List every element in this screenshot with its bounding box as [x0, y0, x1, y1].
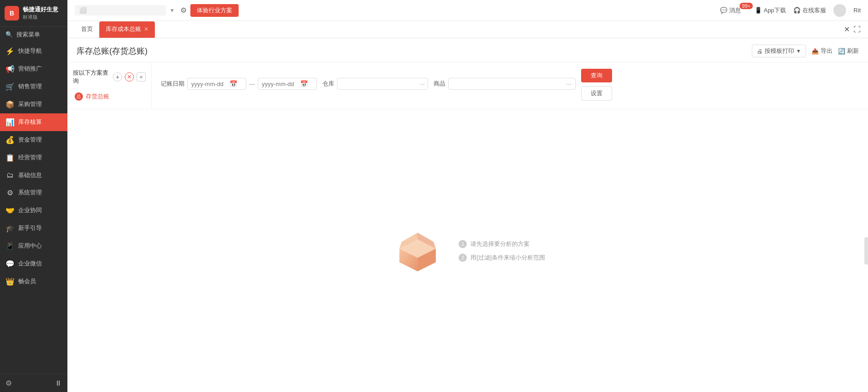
refresh-label: 刷新 [847, 47, 859, 55]
svg-text:✦: ✦ [406, 242, 409, 246]
date-end-input[interactable]: 📅 [258, 78, 317, 90]
product-more-icon[interactable]: ··· [566, 80, 572, 87]
filter-add-button[interactable]: + [113, 72, 122, 81]
sidebar-item-base[interactable]: 🗂 基础信息 [0, 167, 67, 184]
trial-button[interactable]: 体验行业方案 [190, 4, 239, 17]
empty-state: ✦ ✦ ✦ 1 请先选择要分析的方案 2 用[过滤]条件来缩小分析范围 [67, 109, 868, 392]
sidebar-search-label: 搜索菜单 [16, 31, 40, 39]
sidebar-footer: ⚙ ⏸ [0, 374, 67, 392]
sidebar-item-sales[interactable]: 🛒 销售管理 [0, 78, 67, 96]
message-badge: 99+ [740, 3, 753, 9]
page-header: 库存总账(存货总账) 🖨 按模板打印 ▼ 📤 导出 🔄 刷新 [67, 38, 868, 62]
refresh-button[interactable]: 🔄 刷新 [838, 47, 859, 55]
sidebar-item-marketing[interactable]: 📢 营销推广 [0, 60, 67, 78]
sidebar-item-apps[interactable]: 📱 应用中心 [0, 237, 67, 255]
filter-action-buttons: 查询 设置 [581, 67, 612, 101]
online-service-button[interactable]: 🎧 在线客服 [793, 6, 826, 15]
filter-scheme-panel: 按以下方案查询 + × « 总 存货总账 [67, 62, 152, 109]
sidebar-item-guide[interactable]: 🎓 新手引导 [0, 219, 67, 237]
header-gear-icon[interactable]: ⚙ [180, 6, 187, 15]
sidebar-item-purchase[interactable]: 📦 采购管理 [0, 96, 67, 113]
settings-footer-btn[interactable]: ⚙ [5, 379, 12, 387]
sales-icon: 🛒 [5, 82, 15, 91]
svg-text:✦: ✦ [424, 241, 428, 245]
warehouse-more-icon[interactable]: ··· [419, 80, 425, 87]
date-start-field[interactable] [191, 81, 228, 87]
sidebar-item-label: 应用中心 [18, 242, 42, 250]
scheme-icon: 总 [75, 92, 83, 101]
sidebar-logo: B 畅捷通好生意 标准版 [0, 0, 67, 27]
warehouse-input[interactable]: ··· [337, 78, 428, 90]
scheme-item-inventory-total[interactable]: 总 存货总账 [67, 89, 151, 104]
calendar-start-icon[interactable]: 📅 [230, 80, 237, 87]
export-label: 导出 [821, 47, 832, 55]
filter-settings-button[interactable]: 设置 [581, 86, 612, 101]
calendar-end-icon[interactable]: 📅 [300, 80, 308, 87]
filter-right-controls: 记账日期 📅 — 📅 仓库 [152, 62, 868, 109]
app-download-button[interactable]: 📱 App下载 [755, 6, 786, 15]
message-button[interactable]: 💬 消息 99+ [720, 6, 747, 15]
purchase-icon: 📦 [5, 100, 15, 109]
filter-del-button[interactable]: × [125, 72, 134, 81]
sidebar-item-label: 经营管理 [18, 153, 42, 162]
product-field[interactable] [452, 81, 564, 87]
main-area: ⬜ ▼ ⚙ 体验行业方案 💬 消息 99+ 📱 App下载 🎧 在线客服 Rit [67, 0, 868, 392]
wechat-icon: 💬 [5, 260, 15, 268]
corp-icon: 🤝 [5, 206, 15, 215]
sidebar-item-label: 系统管理 [18, 188, 42, 197]
printer-icon: 🖨 [757, 48, 763, 55]
date-end-field[interactable] [262, 81, 298, 87]
audio-footer-btn[interactable]: ⏸ [55, 379, 62, 387]
base-icon: 🗂 [5, 171, 15, 179]
print-button[interactable]: 🖨 按模板打印 ▼ [752, 45, 806, 57]
finance-icon: 💰 [5, 136, 15, 144]
right-panel-handle[interactable] [864, 237, 868, 265]
full-filter-area: 按以下方案查询 + × « 总 存货总账 记账日期 [67, 62, 868, 109]
header-chevron-icon[interactable]: ▼ [169, 7, 175, 14]
marketing-icon: 📢 [5, 65, 15, 73]
sidebar-item-system[interactable]: ⚙ 系统管理 [0, 184, 67, 202]
header-right: 💬 消息 99+ 📱 App下载 🎧 在线客服 Rit [720, 4, 861, 17]
sidebar-item-member[interactable]: 👑 畅会员 [0, 273, 67, 290]
scheme-item-label: 存货总账 [86, 92, 109, 101]
export-button[interactable]: 📤 导出 [812, 47, 832, 55]
sidebar-item-shortcut[interactable]: ⚡ 快捷导航 [0, 42, 67, 60]
filter-collapse-button[interactable]: « [137, 72, 146, 81]
tab-bar: 首页 库存成本总账 ✕ ✕ ⛶ [67, 21, 868, 38]
top-header: ⬜ ▼ ⚙ 体验行业方案 💬 消息 99+ 📱 App下载 🎧 在线客服 Rit [67, 0, 868, 21]
warehouse-label: 仓库 [322, 80, 334, 88]
date-filter-group: 记账日期 📅 — 📅 [161, 78, 317, 90]
window-expand-icon[interactable]: ⛶ [853, 25, 861, 34]
filter-inputs-row: 记账日期 📅 — 📅 仓库 [161, 67, 859, 101]
svg-text:✦: ✦ [415, 232, 420, 239]
brand-name: 畅捷通好生意 [23, 5, 58, 14]
sidebar-item-operations[interactable]: 📋 经营管理 [0, 149, 67, 167]
sidebar-item-inventory[interactable]: 📊 库存核算 [0, 113, 67, 131]
tip-num-2: 2 [459, 254, 467, 262]
edition-label: 标准版 [23, 14, 58, 20]
sidebar-item-label: 基础信息 [18, 171, 42, 179]
print-label: 按模板打印 [765, 47, 794, 55]
sidebar-item-corp[interactable]: 🤝 企业协同 [0, 202, 67, 219]
tab-inventory-ledger[interactable]: 库存成本总账 ✕ [99, 21, 155, 38]
sidebar-item-wechat[interactable]: 💬 企业微信 [0, 255, 67, 273]
username-label: Rit [853, 7, 861, 14]
app-label: App下载 [764, 6, 786, 15]
product-label: 商品 [434, 80, 445, 88]
sidebar-item-label: 资金管理 [18, 136, 42, 144]
warehouse-field[interactable] [341, 81, 418, 87]
tab-close-icon[interactable]: ✕ [144, 26, 148, 32]
empty-tip-2: 2 用[过滤]条件来缩小分析范围 [459, 254, 545, 262]
export-icon: 📤 [812, 48, 819, 55]
sidebar-nav: ⚡ 快捷导航 📢 营销推广 🛒 销售管理 📦 采购管理 📊 库存核算 💰 资金管… [0, 42, 67, 374]
query-button[interactable]: 查询 [581, 69, 612, 82]
date-start-input[interactable]: 📅 [187, 78, 246, 90]
window-close-icon[interactable]: ✕ [844, 25, 850, 34]
header-search-area[interactable]: ⬜ [75, 5, 166, 15]
tab-home[interactable]: 首页 [75, 21, 99, 38]
sidebar-search[interactable]: 🔍 搜索菜单 [0, 27, 67, 42]
header-search-icon: ⬜ [79, 7, 87, 14]
product-input[interactable]: ··· [448, 78, 576, 90]
user-avatar[interactable] [833, 4, 846, 17]
sidebar-item-finance[interactable]: 💰 资金管理 [0, 131, 67, 149]
